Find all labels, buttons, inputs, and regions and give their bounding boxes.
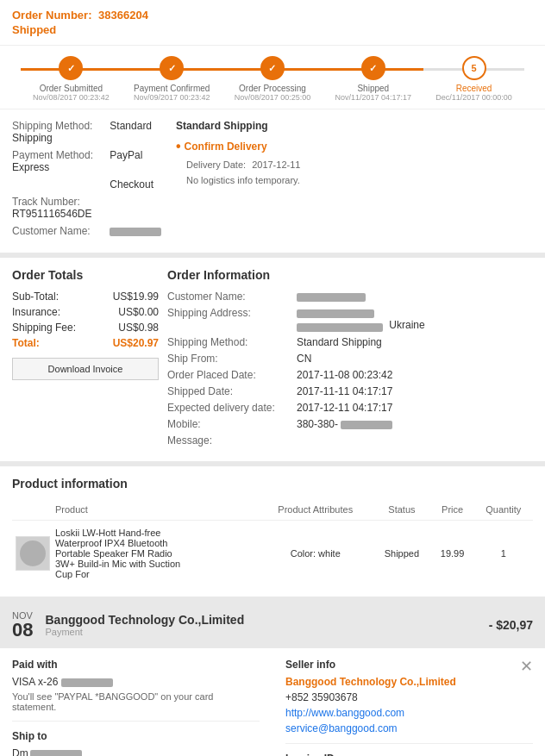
ship-to-name-redacted	[30, 750, 82, 756]
col-quantity: Quantity	[473, 499, 533, 521]
total-row: Total: US$20.97	[12, 337, 159, 349]
step-shipped: ✓ Shipped Nov/11/2017 04:17:17	[323, 56, 423, 102]
oi-message: Message:	[167, 434, 533, 447]
two-col-container: Order Totals Sub-Total: US$19.99 Insuran…	[12, 268, 533, 451]
step-circle-5: 5	[462, 56, 486, 80]
shipping-section: Shipping Method: Standard Shipping Payme…	[0, 109, 545, 253]
step-date-5: Dec/11/2017 00:00:00	[435, 93, 512, 102]
download-invoice-button[interactable]: Download Invoice	[12, 358, 159, 380]
customer-name-redacted-2	[297, 293, 366, 302]
product-name[interactable]: Loskii LW-Hott Hand-free Waterproof IPX4…	[55, 528, 185, 579]
delivery-date-label: Delivery Date:	[186, 159, 246, 170]
order-number-label: Order Number:	[12, 9, 91, 22]
oi-shipping-address: Shipping Address: Ukraine	[167, 307, 533, 332]
insurance-value: US$0.00	[118, 306, 159, 318]
checkout-value: Checkout	[110, 178, 153, 191]
delivery-date-value: 2017-12-11	[252, 159, 300, 170]
seller-info-title: Seller info	[285, 659, 533, 671]
order-info-title: Order Information	[167, 268, 533, 282]
shipping-left-col: Shipping Method: Standard Shipping Payme…	[12, 120, 167, 242]
oi-order-placed: Order Placed Date: 2017-11-08 00:23:42	[167, 369, 533, 381]
oi-shipped-date-value: 2017-11-11 04:17:17	[297, 385, 392, 397]
seller-website: http://www.banggood.com	[285, 707, 533, 719]
paypal-right-col: Seller info Banggood Technology Co.,Limi…	[285, 659, 533, 756]
divider-3	[285, 743, 533, 744]
subtotal-label: Sub-Total:	[12, 291, 59, 303]
seller-email-link[interactable]: service@banggood.com	[285, 722, 398, 734]
product-quantity-cell: 1	[473, 520, 533, 586]
total-value: US$20.97	[113, 337, 159, 349]
standard-shipping-title: Standard Shipping	[176, 120, 533, 132]
paypal-amount: - $20,97	[489, 618, 533, 632]
totals-and-info-section: Order Totals Sub-Total: US$19.99 Insuran…	[0, 258, 545, 461]
ship-to-name: Dm	[12, 747, 260, 756]
paypal-company-name: Banggood Technology Co.,Limited	[45, 613, 244, 627]
visa-redacted	[61, 678, 113, 687]
ship-to-name-label: Dm	[12, 747, 28, 756]
product-table-header: Product Product Attributes Status Price …	[12, 499, 533, 521]
delivery-date-row: Delivery Date: 2017-12-11	[186, 159, 533, 170]
insurance-row: Insurance: US$0.00	[12, 306, 159, 318]
address-redacted-1	[297, 309, 374, 318]
step-label-5: Received	[456, 84, 492, 93]
oi-address-value: Ukraine	[297, 307, 425, 332]
oi-mobile-value: 380-380-	[297, 418, 392, 430]
card-statement-note: You'll see "PAYPAL *BANGGOOD" on your ca…	[12, 691, 260, 712]
divider-1	[12, 721, 260, 722]
oi-expected-delivery-label: Expected delivery date:	[167, 402, 297, 414]
seller-website-link[interactable]: http://www.banggood.com	[285, 707, 404, 719]
product-status-cell: Shipped	[373, 520, 431, 586]
order-status-badge: Shipped	[12, 23, 533, 36]
address-redacted-2	[297, 323, 383, 332]
product-attributes-cell: Color: white	[258, 520, 373, 586]
shipping-method-label: Shipping Method:	[12, 120, 107, 132]
step-received: 5 Received Dec/11/2017 00:00:00	[423, 56, 524, 102]
paypal-header: NOV 08 Banggood Technology Co.,Limited P…	[0, 602, 545, 648]
oi-customer-value	[297, 291, 366, 303]
oi-shipped-date: Shipped Date: 2017-11-11 04:17:17	[167, 385, 533, 397]
step-date-1: Nov/08/2017 00:23:42	[33, 93, 110, 102]
subtotal-row: Sub-Total: US$19.99	[12, 291, 159, 303]
confirm-delivery-btn[interactable]: Confirm Delivery	[176, 139, 533, 154]
customer-name-redacted	[110, 228, 161, 236]
order-number-value: 38366204	[98, 9, 148, 22]
oi-shipping-method-label: Shipping Method:	[167, 336, 297, 348]
product-cell: Loskii LW-Hott Hand-free Waterproof IPX4…	[12, 520, 258, 586]
col-price: Price	[431, 499, 474, 521]
oi-ship-from-label: Ship From:	[167, 353, 297, 365]
oi-customer-name: Customer Name:	[167, 291, 533, 303]
shipping-fee-value: US$0.98	[118, 322, 159, 334]
shipping-fee-row: Shipping Fee: US$0.98	[12, 322, 159, 334]
seller-phone: +852 35903678	[285, 691, 533, 703]
shipping-method-row: Shipping Method: Standard Shipping	[12, 120, 167, 144]
col-attributes: Product Attributes	[258, 499, 373, 521]
paypal-close-button[interactable]: ✕	[520, 657, 533, 676]
customer-name-label: Customer Name:	[12, 225, 107, 237]
product-section: Product information Product Product Attr…	[0, 466, 545, 597]
paypal-body: ✕ Paid with VISA x-26 You'll see "PAYPAL…	[0, 648, 545, 756]
order-number-row: Order Number: 38366204	[12, 9, 533, 22]
step-circle-1: ✓	[59, 56, 83, 80]
payment-method-row: Payment Method: PayPal Express	[12, 149, 167, 173]
order-info-col: Order Information Customer Name: Shippin…	[167, 268, 533, 451]
oi-shipping-method-value: Standard Shipping	[297, 336, 382, 348]
track-number-label: Track Number:	[12, 196, 107, 208]
order-totals-col: Order Totals Sub-Total: US$19.99 Insuran…	[12, 268, 159, 451]
oi-address-label: Shipping Address:	[167, 307, 297, 332]
paypal-left-col: Paid with VISA x-26 You'll see "PAYPAL *…	[12, 659, 260, 756]
order-progress: ✓ Order Submitted Nov/08/2017 00:23:42 ✓…	[0, 46, 545, 109]
oi-message-label: Message:	[167, 434, 297, 447]
oi-customer-label: Customer Name:	[167, 291, 297, 303]
step-date-3: Nov/08/2017 00:25:00	[235, 93, 311, 102]
col-status: Status	[373, 499, 431, 521]
mobile-partial: 380-380-	[297, 418, 338, 430]
ship-to-title: Ship to	[12, 730, 260, 742]
product-image	[16, 536, 50, 571]
address-country: Ukraine	[389, 319, 424, 331]
oi-shipping-method: Shipping Method: Standard Shipping	[167, 336, 533, 348]
insurance-label: Insurance:	[12, 306, 60, 318]
step-label-3: Order Processing	[239, 84, 306, 93]
step-order-submitted: ✓ Order Submitted Nov/08/2017 00:23:42	[21, 56, 122, 102]
seller-name: Banggood Technology Co.,Limited	[285, 676, 533, 688]
oi-ship-from-value: CN	[297, 353, 311, 365]
